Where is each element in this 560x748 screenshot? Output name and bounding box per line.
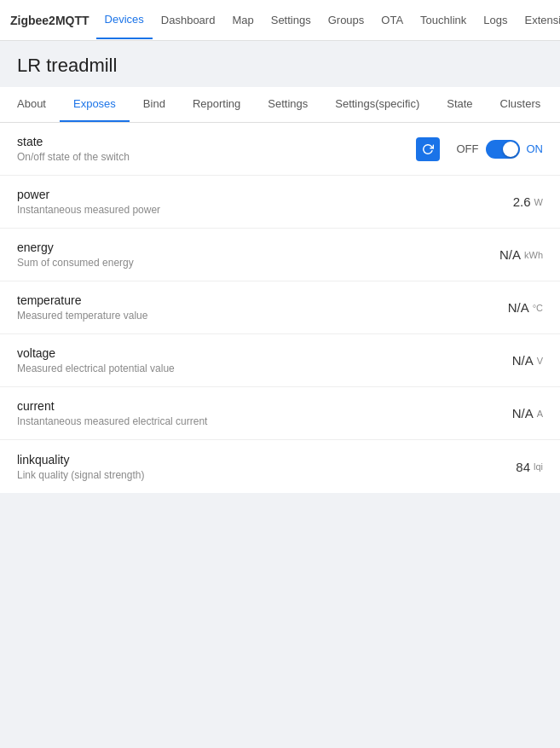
nav-item-logs[interactable]: Logs bbox=[475, 2, 516, 38]
temperature-value: N/A bbox=[508, 300, 529, 315]
expose-label-state: state On/off state of the switch bbox=[17, 135, 130, 163]
expose-label-temperature: temperature Measured temperature value bbox=[17, 293, 147, 322]
tab-exposes[interactable]: Exposes bbox=[60, 87, 130, 122]
expose-desc-state: On/off state of the switch bbox=[17, 151, 130, 163]
expose-row-energy: energy Sum of consumed energy N/A kWh bbox=[0, 229, 560, 281]
nav-item-map[interactable]: Map bbox=[223, 2, 262, 38]
voltage-value: N/A bbox=[512, 353, 534, 368]
power-unit: W bbox=[534, 197, 543, 207]
expose-name-energy: energy bbox=[17, 241, 134, 254]
expose-value-power: 2.6 W bbox=[513, 194, 543, 209]
expose-label-linkquality: linkquality Link quality (signal strengt… bbox=[17, 453, 144, 481]
expose-row-linkquality: linkquality Link quality (signal strengt… bbox=[0, 440, 560, 493]
expose-row-voltage: voltage Measured electrical potential va… bbox=[0, 334, 560, 387]
expose-label-power: power Instantaneous measured power bbox=[17, 188, 160, 216]
expose-row-power: power Instantaneous measured power 2.6 W bbox=[0, 176, 560, 229]
toggle-on-label: ON bbox=[527, 142, 544, 155]
expose-row-current: current Instantaneous measured electrica… bbox=[0, 387, 560, 440]
nav-item-dashboard[interactable]: Dashboard bbox=[153, 2, 224, 38]
exposes-content: state On/off state of the switch OFF ON … bbox=[0, 123, 560, 493]
expose-label-voltage: voltage Measured electrical potential va… bbox=[17, 346, 175, 374]
linkquality-unit: lqi bbox=[534, 461, 543, 472]
expose-desc-temperature: Measured temperature value bbox=[17, 310, 147, 322]
expose-value-temperature: N/A °C bbox=[508, 300, 543, 315]
power-value: 2.6 bbox=[513, 194, 531, 209]
current-unit: A bbox=[537, 409, 543, 419]
expose-desc-power: Instantaneous measured power bbox=[17, 204, 160, 216]
expose-name-temperature: temperature bbox=[17, 293, 147, 307]
expose-desc-linkquality: Link quality (signal strength) bbox=[17, 469, 144, 481]
expose-label-current: current Instantaneous measured electrica… bbox=[17, 399, 207, 427]
tab-settings-specific[interactable]: Settings(specific) bbox=[321, 87, 433, 122]
nav-item-devices[interactable]: Devices bbox=[96, 1, 153, 39]
state-toggle-group: OFF ON bbox=[416, 137, 544, 161]
expose-value-energy: N/A kWh bbox=[499, 247, 543, 262]
state-refresh-button[interactable] bbox=[416, 137, 440, 161]
tab-bind[interactable]: Bind bbox=[130, 87, 179, 122]
navbar: Zigbee2MQTT Devices Dashboard Map Settin… bbox=[0, 0, 560, 41]
tab-settings[interactable]: Settings bbox=[254, 87, 321, 122]
toggle-off-label: OFF bbox=[457, 142, 479, 155]
energy-unit: kWh bbox=[524, 250, 543, 260]
expose-value-current: N/A A bbox=[512, 406, 543, 420]
tab-clusters[interactable]: Clusters bbox=[487, 87, 555, 122]
current-value: N/A bbox=[512, 406, 534, 420]
expose-name-power: power bbox=[17, 188, 160, 201]
tab-reporting[interactable]: Reporting bbox=[179, 87, 254, 122]
nav-brand[interactable]: Zigbee2MQTT bbox=[10, 14, 89, 27]
expose-row-state: state On/off state of the switch OFF ON bbox=[0, 123, 560, 176]
tab-about[interactable]: About bbox=[3, 87, 60, 122]
nav-item-ota[interactable]: OTA bbox=[372, 2, 412, 38]
expose-desc-voltage: Measured electrical potential value bbox=[17, 362, 175, 374]
energy-value: N/A bbox=[499, 247, 521, 262]
expose-value-voltage: N/A V bbox=[512, 353, 543, 368]
expose-label-energy: energy Sum of consumed energy bbox=[17, 241, 134, 269]
state-toggle-switch[interactable] bbox=[486, 140, 520, 159]
nav-item-extensions[interactable]: Extensions bbox=[517, 2, 560, 38]
expose-name-voltage: voltage bbox=[17, 346, 175, 360]
expose-name-current: current bbox=[17, 399, 207, 413]
nav-item-settings[interactable]: Settings bbox=[263, 2, 320, 38]
expose-desc-energy: Sum of consumed energy bbox=[17, 257, 134, 269]
expose-name-linkquality: linkquality bbox=[17, 453, 144, 467]
voltage-unit: V bbox=[537, 356, 543, 366]
tab-state[interactable]: State bbox=[433, 87, 486, 122]
nav-item-groups[interactable]: Groups bbox=[320, 2, 373, 38]
temperature-unit: °C bbox=[533, 303, 543, 313]
linkquality-value: 84 bbox=[516, 460, 530, 474]
expose-name-state: state bbox=[17, 135, 130, 148]
expose-desc-current: Instantaneous measured electrical curren… bbox=[17, 415, 207, 427]
expose-row-temperature: temperature Measured temperature value N… bbox=[0, 281, 560, 334]
nav-item-touchlink[interactable]: Touchlink bbox=[412, 2, 475, 38]
expose-value-linkquality: 84 lqi bbox=[516, 460, 543, 474]
tabs-bar: About Exposes Bind Reporting Settings Se… bbox=[0, 87, 560, 123]
page-title: LR treadmill bbox=[0, 41, 560, 87]
